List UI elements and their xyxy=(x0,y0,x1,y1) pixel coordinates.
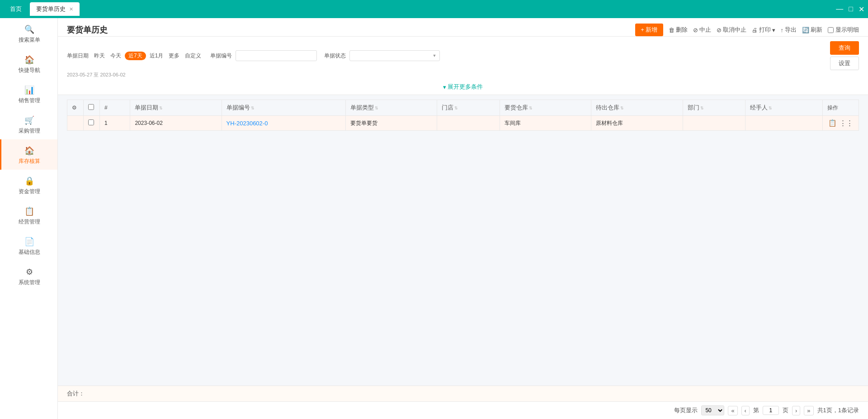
row-doc-date: 2023-06-02 xyxy=(130,116,222,131)
last-page-button[interactable]: » xyxy=(804,406,813,415)
new-button[interactable]: + 新增 xyxy=(635,24,663,36)
finance-mgmt-icon: 🔒 xyxy=(24,176,34,186)
refresh-button[interactable]: 🔄 刷新 xyxy=(802,26,822,34)
sidebar-item-search-menu[interactable]: 🔍 搜索菜单 xyxy=(0,18,57,48)
minimize-icon[interactable]: — xyxy=(836,5,843,13)
sidebar-item-inventory[interactable]: 🏠 库存核算 xyxy=(0,139,57,170)
show-detail-label: 显示明细 xyxy=(835,26,859,34)
print-button[interactable]: 🖨 打印 ▾ xyxy=(752,26,775,34)
date-shortcut-more[interactable]: 更多 xyxy=(167,52,181,60)
doc-no-sort-icon: ⇅ xyxy=(251,106,255,110)
date-range-display: 2023-05-27 至 2023-06-02 xyxy=(67,72,126,77)
handler-sort-icon: ⇅ xyxy=(769,106,772,110)
close-tab-icon[interactable]: ✕ xyxy=(69,6,73,12)
col-doc-type[interactable]: 单据类型⇅ xyxy=(346,100,437,116)
col-req-warehouse[interactable]: 要货仓库⇅ xyxy=(500,100,591,116)
delete-button[interactable]: 🗑 删除 xyxy=(669,26,688,34)
sidebar-item-finance-mgmt[interactable]: 🔒 资金管理 xyxy=(0,170,57,200)
col-store[interactable]: 门店⇅ xyxy=(437,100,500,116)
store-sort-icon: ⇅ xyxy=(454,106,458,110)
select-all-checkbox[interactable] xyxy=(88,104,94,110)
query-button[interactable]: 查询 xyxy=(830,41,859,55)
maximize-icon[interactable]: □ xyxy=(849,5,853,13)
stop-icon: ⊘ xyxy=(693,27,698,33)
sidebar-item-ops-mgmt-label: 经营管理 xyxy=(19,218,40,226)
sidebar-item-sys-mgmt[interactable]: ⚙ 系统管理 xyxy=(0,261,57,291)
date-filter-label: 单据日期 xyxy=(67,52,89,60)
sidebar-item-sales-mgmt[interactable]: 📊 销售管理 xyxy=(0,79,57,109)
row-more-icon[interactable]: ⋮⋮ xyxy=(840,119,853,127)
next-page-button[interactable]: › xyxy=(792,406,800,415)
sidebar-item-purchase-mgmt[interactable]: 🛒 采购管理 xyxy=(0,109,57,139)
doc-no-link[interactable]: YH-20230602-0 xyxy=(226,120,268,127)
row-req-warehouse: 车间库 xyxy=(500,116,591,131)
date-shortcut-today[interactable]: 今天 xyxy=(108,52,123,60)
sidebar-item-basic-info[interactable]: 📄 基础信息 xyxy=(0,230,57,261)
show-detail-input[interactable] xyxy=(828,27,834,33)
cancel-stop-button[interactable]: ⊘ 取消中止 xyxy=(717,26,746,34)
sidebar-item-quick-nav[interactable]: 🏠 快捷导航 xyxy=(0,48,57,79)
page-label-end: 页 xyxy=(783,406,788,414)
table-area: ⚙ # 单据日期⇅ 单据编号⇅ 单据类型⇅ xyxy=(58,95,868,386)
refresh-button-label: 刷新 xyxy=(811,26,822,34)
delete-button-label: 删除 xyxy=(676,26,688,34)
col-doc-date[interactable]: 单据日期⇅ xyxy=(130,100,222,116)
expand-more-icon: ▾ xyxy=(443,84,446,90)
data-table: ⚙ # 单据日期⇅ 单据编号⇅ 单据类型⇅ xyxy=(67,100,859,131)
date-shortcut-yesterday[interactable]: 昨天 xyxy=(92,52,107,60)
quick-nav-icon: 🏠 xyxy=(24,55,34,65)
refresh-icon: 🔄 xyxy=(802,27,809,33)
status-filter-select[interactable] xyxy=(349,50,440,61)
row-checkbox[interactable] xyxy=(88,119,94,125)
date-shortcut-1month[interactable]: 近1月 xyxy=(148,52,165,60)
export-button[interactable]: ↑ 导出 xyxy=(781,26,797,34)
col-handler[interactable]: 经手人⇅ xyxy=(745,100,823,116)
sidebar-item-purchase-mgmt-label: 采购管理 xyxy=(19,127,40,135)
print-chevron-icon: ▾ xyxy=(772,27,775,33)
page-label: 第 xyxy=(753,406,759,414)
purchase-mgmt-icon: 🛒 xyxy=(24,115,34,125)
row-seq: 1 xyxy=(100,116,130,131)
expand-more-button[interactable]: ▾ 展开更多条件 xyxy=(443,83,483,91)
sidebar-item-basic-info-label: 基础信息 xyxy=(19,248,40,256)
page-size-select[interactable]: 50 100 xyxy=(701,405,724,415)
tab-requisition-history[interactable]: 要货单历史 ✕ xyxy=(30,2,80,16)
doc-date-sort-icon: ⇅ xyxy=(159,106,163,110)
col-doc-no[interactable]: 单据编号⇅ xyxy=(222,100,346,116)
sys-mgmt-icon: ⚙ xyxy=(26,267,33,277)
row-settings-cell xyxy=(67,116,84,131)
row-actions-cell: 📋 ⋮⋮ xyxy=(823,116,859,131)
date-shortcut-7days[interactable]: 近7天 xyxy=(125,52,146,60)
col-settings[interactable]: ⚙ xyxy=(67,100,84,116)
sidebar-item-ops-mgmt[interactable]: 📋 经营管理 xyxy=(0,200,57,230)
req-warehouse-sort-icon: ⇅ xyxy=(529,106,533,110)
docno-filter-input[interactable] xyxy=(236,50,317,61)
first-page-button[interactable]: « xyxy=(728,406,737,415)
row-doc-type: 要货单要货 xyxy=(346,116,437,131)
row-actions: 📋 ⋮⋮ xyxy=(827,119,854,127)
row-edit-icon[interactable]: 📋 xyxy=(828,119,837,127)
sidebar: 🔍 搜索菜单 🏠 快捷导航 📊 销售管理 🛒 采购管理 🏠 库存核算 🔒 资金管… xyxy=(0,18,58,419)
sidebar-item-quick-nav-label: 快捷导航 xyxy=(19,67,40,74)
date-shortcut-custom[interactable]: 自定义 xyxy=(183,52,203,60)
close-window-icon[interactable]: ✕ xyxy=(859,5,864,14)
col-actions: 操作 xyxy=(823,100,859,116)
tab-home[interactable]: 首页 xyxy=(4,2,28,16)
sidebar-item-search-menu-label: 搜索菜单 xyxy=(19,36,40,44)
delete-icon: 🗑 xyxy=(669,27,675,33)
row-doc-no[interactable]: YH-20230602-0 xyxy=(222,116,346,131)
sales-mgmt-icon: 📊 xyxy=(24,85,34,95)
show-detail-checkbox[interactable]: 显示明细 xyxy=(828,26,859,34)
print-button-label: 打印 xyxy=(759,26,771,34)
department-sort-icon: ⇅ xyxy=(700,106,704,110)
filter-group-status: 单据状态 xyxy=(324,50,440,61)
col-pending-warehouse[interactable]: 待出仓库⇅ xyxy=(591,100,683,116)
basic-info-icon: 📄 xyxy=(24,237,34,247)
tab-home-label: 首页 xyxy=(10,5,22,13)
page-input[interactable] xyxy=(763,406,779,415)
stop-button[interactable]: ⊘ 中止 xyxy=(693,26,711,34)
doc-type-sort-icon: ⇅ xyxy=(375,106,378,110)
prev-page-button[interactable]: ‹ xyxy=(741,406,750,415)
filter-settings-button[interactable]: 设置 xyxy=(830,57,859,70)
col-department[interactable]: 部门⇅ xyxy=(683,100,745,116)
